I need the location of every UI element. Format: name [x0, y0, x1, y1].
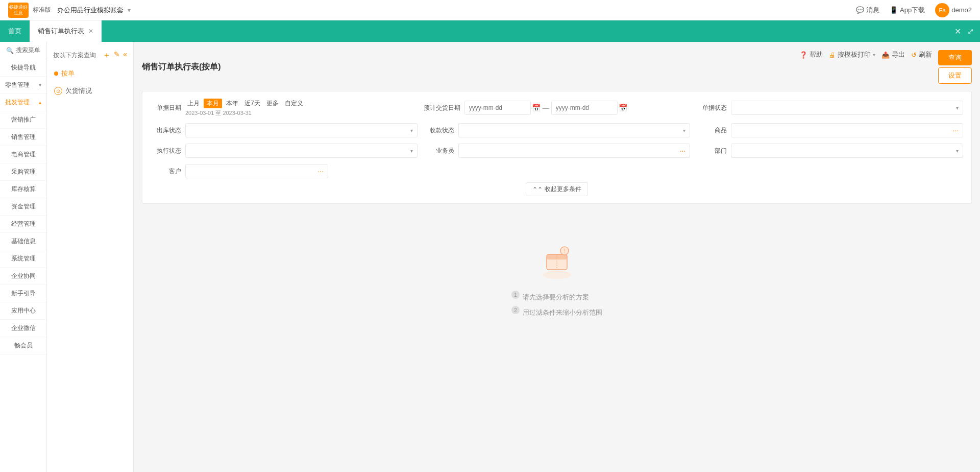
sub-nav-order[interactable]: 按单 — [47, 65, 133, 82]
step-2-num: 2 — [511, 306, 520, 314]
sidebar-item-finance[interactable]: 资金管理 — [0, 198, 46, 216]
edit-scheme-icon[interactable]: ✎ — [114, 50, 120, 61]
date-tab-this[interactable]: 本月 — [204, 99, 222, 108]
content-area: 按以下方案查询 ＋ ✎ « 按单 ⊙ 欠货情况 — [47, 42, 980, 472]
expected-date-from[interactable] — [464, 101, 531, 115]
sidebar-item-member[interactable]: 畅会员 — [0, 337, 46, 355]
filter-expected-date-field: 预计交货日期 📅 — 📅 — [424, 99, 691, 117]
expected-date-row: 📅 — 📅 — [464, 101, 627, 115]
marketing-label: 营销推广 — [11, 115, 36, 124]
message-icon: 💬 — [856, 6, 864, 14]
export-icon: 📤 — [881, 51, 890, 59]
date-tab-year[interactable]: 本年 — [224, 99, 240, 108]
cal-from-icon[interactable]: 📅 — [532, 104, 541, 112]
refresh-btn[interactable]: ↺ 刷新 — [911, 50, 932, 59]
customer-dots-icon[interactable]: ··· — [317, 167, 324, 175]
download-btn[interactable]: 📱 App下载 — [890, 6, 925, 15]
date-tab-prev[interactable]: 上月 — [185, 99, 202, 108]
filter-goods-field: 商品 ··· — [696, 123, 963, 137]
operations-label: 经营管理 — [11, 220, 36, 228]
sidebar-item-wholesale[interactable]: 批发管理 ▴ — [0, 94, 46, 111]
left-panel-icon-group: ＋ ✎ « — [103, 50, 127, 61]
close-window-icon[interactable]: ✕ — [954, 27, 961, 36]
page-title: 销售订单执行表(按单) — [142, 62, 221, 73]
svg-point-0 — [543, 271, 571, 279]
date-tab-7days[interactable]: 近7天 — [242, 99, 262, 108]
expected-date-label: 预计交货日期 — [424, 104, 460, 112]
collapse-panel-icon[interactable]: « — [123, 50, 127, 61]
sidebar-item-enterprise[interactable]: 企业协同 — [0, 268, 46, 285]
goods-dots-icon[interactable]: ··· — [952, 126, 959, 134]
export-btn[interactable]: 📤 导出 — [881, 50, 905, 59]
query-button[interactable]: 查询 — [938, 50, 972, 65]
sidebar-item-sales[interactable]: 销售管理 — [0, 129, 46, 146]
sidebar-item-wechat[interactable]: 企业微信 — [0, 320, 46, 337]
tab-sales-exec-label: 销售订单执行表 — [38, 27, 84, 36]
sidebar-item-operations[interactable]: 经营管理 — [0, 216, 46, 233]
date-tab-custom[interactable]: 自定义 — [283, 99, 305, 108]
tab-sales-exec[interactable]: 销售订单执行表 ✕ — [30, 20, 102, 42]
expected-date-to[interactable] — [551, 101, 618, 115]
sub-nav-debt[interactable]: ⊙ 欠货情况 — [47, 82, 133, 100]
print-icon: 🖨 — [829, 51, 836, 59]
cal-to-icon[interactable]: 📅 — [619, 104, 627, 112]
empty-state: ! 1 请先选择要分析的方案 2 用过滤条件来缩小分析范围 — [142, 211, 972, 352]
left-panel-header: 按以下方案查询 ＋ ✎ « — [47, 48, 133, 65]
appstore-label: 应用中心 — [11, 306, 36, 315]
page-wrapper: 按以下方案查询 ＋ ✎ « 按单 ⊙ 欠货情况 — [47, 42, 980, 472]
avatar-initial: Ea — [939, 7, 946, 13]
svg-text:!: ! — [564, 248, 566, 254]
sidebar-item-newbie[interactable]: 新手引导 — [0, 285, 46, 302]
print-btn[interactable]: 🖨 按模板打印 ▾ — [829, 50, 875, 59]
expand-window-icon[interactable]: ⤢ — [967, 27, 974, 36]
user-area[interactable]: Ea demo2 — [935, 3, 972, 17]
status-select[interactable]: ▾ — [731, 101, 963, 115]
help-btn[interactable]: ❓ 帮助 — [799, 50, 823, 59]
newbie-label: 新手引导 — [11, 289, 36, 298]
receipt-select[interactable]: ▾ — [458, 123, 691, 137]
sidebar-item-quicknav[interactable]: 快捷导航 — [0, 59, 46, 77]
sidebar-item-ecommerce[interactable]: 电商管理 — [0, 146, 46, 163]
date-label: 单据日期 — [151, 104, 181, 112]
sidebar-item-basic[interactable]: 基础信息 — [0, 233, 46, 250]
salesperson-dots-icon[interactable]: ··· — [680, 147, 686, 155]
sidebar-item-purchase[interactable]: 采购管理 — [0, 163, 46, 181]
tab-bar: 首页 销售订单执行表 ✕ ✕ ⤢ — [0, 20, 980, 42]
download-icon: 📱 — [890, 6, 898, 14]
collapse-btn[interactable]: ⌃⌃ 收起更多条件 — [526, 182, 588, 196]
app-name-arrow[interactable]: ▾ — [128, 7, 131, 14]
filter-exec-field: 执行状态 ▾ — [151, 144, 418, 158]
tab-close-icon[interactable]: ✕ — [88, 28, 93, 35]
message-label: 消息 — [866, 6, 879, 15]
search-menu-btn[interactable]: 🔍 搜索菜单 — [0, 42, 46, 59]
goods-label: 商品 — [696, 126, 727, 135]
sidebar-item-inventory[interactable]: 库存核算 — [0, 181, 46, 198]
print-label: 按模板打印 — [838, 50, 871, 59]
receipt-chevron-icon: ▾ — [683, 128, 685, 133]
left-panel-title: 按以下方案查询 — [53, 51, 96, 60]
exec-select[interactable]: ▾ — [185, 144, 418, 158]
refresh-label: 刷新 — [919, 50, 932, 59]
download-label: App下载 — [900, 6, 925, 15]
retail-arrow: ▾ — [39, 82, 41, 88]
empty-step-2: 2 用过滤条件来缩小分析范围 — [511, 306, 602, 319]
outbound-select[interactable]: ▾ — [185, 123, 418, 137]
search-icon: 🔍 — [6, 47, 14, 54]
outbound-label: 出库状态 — [151, 126, 181, 135]
filter-panel: 单据日期 上月 本月 本年 近7天 更多 自定义 20 — [142, 91, 972, 204]
settings-button[interactable]: 设置 — [938, 67, 972, 84]
filter-salesperson-field: 业务员 ··· — [424, 144, 691, 158]
filter-row-1: 单据日期 上月 本月 本年 近7天 更多 自定义 20 — [151, 99, 963, 117]
sidebar: 🔍 搜索菜单 快捷导航 零售管理 ▾ 批发管理 ▴ 营销推广 销售管理 电商管理… — [0, 42, 47, 472]
filter-row-3: 执行状态 ▾ 业务员 ··· — [151, 144, 963, 158]
tab-home[interactable]: 首页 — [0, 20, 30, 42]
dept-select[interactable]: ▾ — [731, 144, 963, 158]
date-dash: — — [543, 104, 549, 112]
sidebar-item-system[interactable]: 系统管理 — [0, 250, 46, 268]
sidebar-item-retail[interactable]: 零售管理 ▾ — [0, 77, 46, 94]
add-scheme-icon[interactable]: ＋ — [103, 50, 111, 61]
message-btn[interactable]: 💬 消息 — [856, 6, 879, 15]
date-tab-more[interactable]: 更多 — [264, 99, 281, 108]
sidebar-item-appstore[interactable]: 应用中心 — [0, 302, 46, 320]
sidebar-item-marketing[interactable]: 营销推广 — [0, 111, 46, 129]
